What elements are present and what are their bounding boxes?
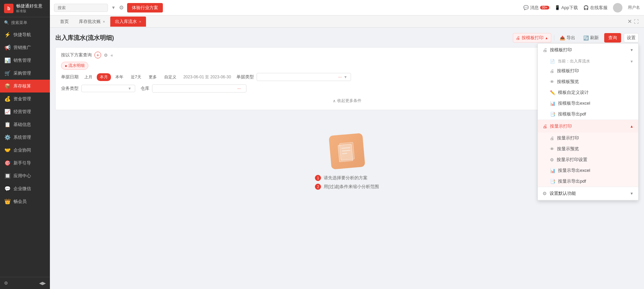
settings-icon[interactable]: ⚙ (4, 281, 8, 286)
date-btn-more[interactable]: 更多 (146, 73, 160, 81)
query-button[interactable]: 查询 (604, 33, 621, 43)
messages-button[interactable]: 💬 消息 99+ (523, 5, 549, 11)
empty-steps: 1 请先选择要分析的方案 2 用[过滤]条件来缩小分析范围 (315, 175, 379, 190)
date-label: 单据日期 (61, 74, 79, 80)
display-pdf-label: 按显示导出pdf (558, 178, 586, 184)
filter-tag-flow[interactable]: ● 流水明细 (61, 62, 88, 70)
refresh-label: 刷新 (590, 35, 599, 41)
sidebar-item-member[interactable]: 👑 畅会员 (0, 195, 50, 208)
template-export-pdf-item[interactable]: 📑 按模板导出pdf (538, 109, 638, 120)
sidebar-item-inventory[interactable]: 📦 库存核算 (0, 80, 50, 93)
print-template-button[interactable]: 🖨 按模板打印 ▲ (513, 33, 551, 43)
sidebar-item-marketing[interactable]: 📢 营销推广 (0, 41, 50, 54)
search-input[interactable] (54, 4, 108, 12)
warehouse-more[interactable]: ··· (237, 86, 241, 91)
tab-inventory-flow-label: 出入库流水 (115, 19, 137, 25)
template-preview-label: 按模板预览 (557, 79, 579, 85)
print-template-label: 按模板打印 (522, 35, 544, 41)
display-print-header[interactable]: 🖨 按显示打印 ▲ (538, 120, 638, 133)
settings-button[interactable]: 设置 (624, 33, 639, 43)
sidebar-item-cooperation[interactable]: 🤝 企业协同 (0, 144, 50, 157)
warehouse-label: 仓库 (141, 85, 149, 91)
template-preview-item[interactable]: 👁 按模板预览 (538, 76, 638, 87)
app-download-label: App下载 (561, 5, 578, 11)
template-excel-label: 按模板导出excel (558, 100, 590, 106)
export-button[interactable]: 📤 导出 (557, 33, 578, 42)
filter-settings-icon[interactable]: ⚙ (104, 53, 108, 58)
template-custom-label: 模板自定义设计 (558, 89, 589, 96)
sidebar-item-sales[interactable]: 📊 销售管理 (0, 54, 50, 67)
template-export-excel-item[interactable]: 📊 按模板导出excel (538, 98, 638, 109)
sidebar-item-label: 资金管理 (13, 96, 31, 102)
topbar-dropdown-icon[interactable]: ▼ (111, 5, 116, 10)
display-print-section: 🖨 按显示打印 ▲ 🖨 按显示打印 👁 按显示预览 ⚙ 按显示打印设置 (538, 120, 638, 187)
filter-collapse-icon[interactable]: « (111, 53, 113, 58)
date-btn-this-month[interactable]: 本月 (97, 73, 111, 81)
user-avatar[interactable] (613, 3, 622, 12)
sidebar-item-label: 新手引导 (13, 160, 31, 166)
sidebar-item-label: 采购管理 (13, 70, 31, 76)
doc-type-label: 单据类型 (236, 74, 254, 80)
tab-maximize-icon[interactable]: ⛶ (634, 19, 639, 24)
print-arrow-icon: ▲ (545, 36, 548, 40)
guide-icon: 🎯 (4, 160, 11, 166)
warehouse-select[interactable]: ··· (152, 84, 246, 93)
sidebar-item-purchase[interactable]: 🛒 采购管理 (0, 67, 50, 80)
display-print-item[interactable]: 🖨 按显示打印 (538, 133, 638, 143)
display-print-settings-item[interactable]: ⚙ 按显示打印设置 (538, 154, 638, 165)
business-type-select[interactable]: ▼ (81, 85, 135, 92)
sidebar-item-system[interactable]: ⚙️ 系统管理 (0, 131, 50, 144)
date-btn-this-year[interactable]: 本年 (112, 73, 126, 81)
sidebar-item-label: 畅会员 (13, 199, 27, 205)
template-custom-item[interactable]: ✏️ 模板自定义设计 (538, 87, 638, 98)
template-print-header[interactable]: 🖨 按模板打印 ▼ (538, 44, 638, 56)
sidebar-item-label: 库存核算 (13, 83, 31, 89)
purchase-icon: 🛒 (4, 70, 11, 76)
tab-inventory-flow-close[interactable]: × (139, 20, 141, 24)
app-download-button[interactable]: 📱 App下载 (555, 5, 578, 11)
sidebar-item-guide[interactable]: 🎯 新手引导 (0, 157, 50, 169)
display-print-label: 按显示打印 (550, 123, 572, 129)
sidebar-item-appstore[interactable]: 🔲 应用中心 (0, 169, 50, 182)
filter-tag-dot: ● (65, 63, 67, 68)
template-print-item[interactable]: 🖨 按模板打印 (538, 65, 638, 76)
display-export-excel-item[interactable]: 📊 按显示导出excel (538, 165, 638, 176)
sidebar-item-finance[interactable]: 💰 资金管理 (0, 93, 50, 105)
display-export-pdf-item[interactable]: 📑 按显示导出pdf (538, 176, 638, 187)
sidebar-item-quick-nav[interactable]: ⚡ 快捷导航 (0, 28, 50, 41)
sidebar-item-operation[interactable]: 📈 经营管理 (0, 105, 50, 118)
date-btn-custom[interactable]: 自定义 (161, 73, 179, 81)
filter-add-button[interactable]: + (94, 52, 101, 58)
tab-close-all-icon[interactable]: ✕ (627, 18, 632, 25)
template-preview-icon: 👁 (550, 79, 554, 84)
logo-text: 畅捷通好生意 标准版 (16, 3, 42, 14)
display-preview-item[interactable]: 👁 按显示预览 (538, 143, 638, 154)
doc-type-more[interactable]: ··· (338, 75, 342, 79)
tab-batch-account[interactable]: 库存批次账 × (74, 17, 110, 27)
date-buttons: 上月 本月 本年 近7天 更多 自定义 (81, 73, 179, 81)
topbar-settings-icon[interactable]: ⚙ (119, 4, 124, 11)
collapse-label: 收起更多条件 (337, 98, 361, 104)
sidebar-item-basic[interactable]: 📋 基础信息 (0, 118, 50, 131)
tab-inventory-flow[interactable]: 出入库流水 × (110, 17, 146, 27)
template-pdf-icon: 📑 (550, 112, 555, 117)
tab-home[interactable]: 首页 (55, 17, 74, 27)
default-section-header[interactable]: ⚙ 设置默认功能 ▼ (538, 187, 638, 200)
sidebar-item-label: 基础信息 (13, 122, 31, 128)
sidebar-search[interactable]: 🔍 搜索菜单 (0, 17, 50, 28)
template-print-label: 按模板打印 (550, 47, 572, 53)
display-excel-icon: 📊 (550, 168, 555, 173)
display-preview-icon: 👁 (550, 147, 554, 152)
date-btn-last-month[interactable]: 上月 (81, 73, 95, 81)
collapse-sidebar-icon[interactable]: ◀▶ (39, 281, 46, 286)
tab-batch-account-close[interactable]: × (103, 20, 105, 24)
doc-type-select[interactable]: ··· ▼ (257, 73, 351, 81)
online-service-button[interactable]: 🎧 在线客服 (583, 5, 608, 11)
date-btn-7days[interactable]: 近7天 (128, 73, 144, 81)
appstore-icon: 🔲 (4, 173, 11, 179)
sidebar-item-wechat[interactable]: 💬 企业微信 (0, 182, 50, 195)
industry-solution-button[interactable]: 体验行业方案 (127, 3, 163, 12)
print-dropdown: 🖨 按模板打印 ▼ 📄 当前：出入库流水 ▼ 🖨 按模板打印 👁 按模板预 (537, 43, 639, 201)
sidebar-search-label: 搜索菜单 (11, 20, 27, 26)
refresh-button[interactable]: 🔄 刷新 (581, 33, 602, 42)
